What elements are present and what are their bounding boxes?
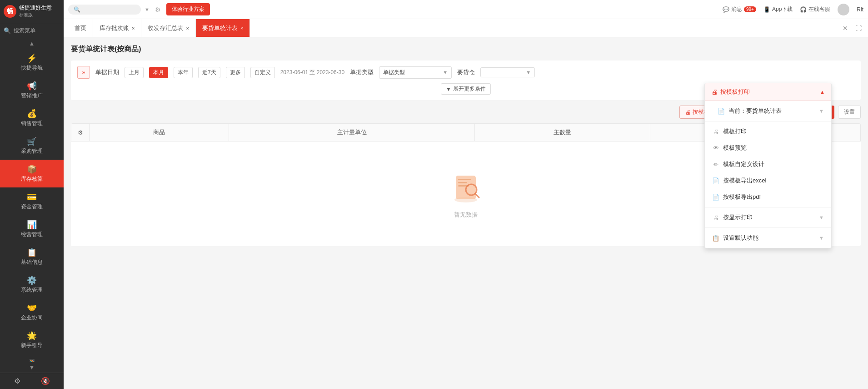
app-download-btn[interactable]: 📱 App下载 — [763, 5, 793, 13]
date-btn-custom[interactable]: 自定义 — [250, 67, 275, 78]
tab-home-label: 首页 — [75, 24, 86, 32]
settings-icon[interactable]: ⚙ — [14, 377, 20, 385]
export-pdf-label: 按模板导出pdf — [723, 193, 761, 201]
dropdown-template-print[interactable]: 🖨 模板打印 — [705, 123, 831, 140]
sidebar-item-quick-nav[interactable]: ⚡ 快捷导航 — [0, 49, 64, 76]
display-print-label: 按显示打印 — [723, 213, 753, 222]
sidebar-item-apps[interactable]: 📱 应用中心 — [0, 354, 64, 362]
dropdown-current-template[interactable]: 📄 当前：要货单统计表 ▼ — [705, 103, 831, 119]
topbar-search-box[interactable]: 🔍 — [68, 5, 141, 15]
dropdown-set-default[interactable]: 📋 设置默认功能 ▼ — [705, 230, 831, 246]
sidebar-scroll-down[interactable]: ▼ — [0, 362, 64, 373]
tab-receipt-summary[interactable]: 收发存汇总表 × — [141, 19, 195, 37]
operations-icon: 📊 — [27, 220, 37, 230]
tab-close-all-icon[interactable]: ✕ — [841, 23, 850, 34]
dropdown-collapse-icon[interactable]: ▲ — [820, 89, 825, 95]
date-btn-this-month[interactable]: 本月 — [149, 67, 168, 78]
dropdown-template-preview[interactable]: 👁 模板预览 — [705, 140, 831, 156]
sidebar-item-basic[interactable]: 📋 基础信息 — [0, 243, 64, 271]
page-content: 要货单统计表(按商品) » 单据日期 上月 本月 本年 近7天 更多 自定义 2… — [64, 37, 868, 389]
tabs-right-icons: ✕ ⛶ — [841, 23, 863, 34]
expand-more-label: 展开更多条件 — [453, 85, 486, 93]
order-type-label: 单据类型 — [350, 68, 374, 76]
online-service-btn[interactable]: 🎧 在线客服 — [800, 5, 830, 13]
collab-icon: 🤝 — [27, 303, 37, 313]
set-default-arrow: ▼ — [819, 235, 824, 241]
tab-receipt-summary-close[interactable]: × — [186, 25, 189, 31]
export-pdf-icon: 📄 — [712, 194, 719, 201]
sidebar-item-inventory[interactable]: 📦 库存核算 — [0, 160, 64, 187]
current-template-arrow: ▼ — [819, 108, 824, 114]
export-excel-icon: 📄 — [712, 177, 719, 184]
chevron-down-icon: ▼ — [446, 86, 451, 92]
set-default-icon: 📋 — [712, 235, 719, 242]
settings-btn[interactable]: 设置 — [838, 106, 861, 119]
sidebar-item-label: 新手引导 — [21, 342, 43, 349]
empty-text: 暂无数据 — [454, 211, 478, 219]
user-avatar[interactable] — [838, 4, 849, 15]
dropdown-template-export-pdf[interactable]: 📄 按模板导出pdf — [705, 189, 831, 205]
svg-rect-3 — [458, 182, 467, 183]
dropdown-template-export-excel[interactable]: 📄 按模板导出excel — [705, 172, 831, 189]
date-btn-more[interactable]: 更多 — [226, 67, 245, 78]
sound-icon[interactable]: 🔇 — [41, 377, 50, 385]
empty-illustration — [448, 169, 484, 205]
dropdown-template-design[interactable]: ✏ 模板自定义设计 — [705, 156, 831, 172]
dropdown-menu: 🖨 按模板打印 ▲ 📄 当前：要货单统计表 ▼ 🖨 模板打印 👁 — [704, 83, 832, 248]
sidebar-item-label: 经营管理 — [21, 231, 43, 238]
date-btn-this-year[interactable]: 本年 — [174, 67, 193, 78]
template-print-label: 模板打印 — [723, 127, 747, 136]
col-settings[interactable]: ⚙ — [71, 124, 90, 141]
dropdown-section-current: 📄 当前：要货单统计表 ▼ — [705, 101, 831, 121]
sidebar-item-purchase[interactable]: 🛒 采购管理 — [0, 132, 64, 160]
template-preview-icon: 👁 — [712, 145, 719, 152]
set-default-label: 设置默认功能 — [723, 234, 758, 242]
order-status-select[interactable]: ▼ — [480, 67, 535, 77]
topbar-settings-icon[interactable]: ⚙ — [153, 4, 163, 15]
filter-expand-btn[interactable]: » — [77, 66, 90, 79]
display-print-icon: 🖨 — [712, 214, 719, 221]
tab-order-stats-close[interactable]: × — [240, 25, 243, 31]
sidebar-item-operations[interactable]: 📊 经营管理 — [0, 215, 64, 243]
messages-btn[interactable]: 💬 消息 99+ — [723, 5, 756, 13]
sidebar-logo: 畅 畅捷通好生意 标准版 — [0, 0, 64, 23]
dropdown-header-label: 按模板打印 — [720, 88, 750, 96]
message-icon: 💬 — [723, 6, 729, 13]
sidebar-item-guide[interactable]: 🌟 新手引导 — [0, 326, 64, 354]
online-service-label: 在线客服 — [808, 5, 830, 13]
current-template-icon: 📄 — [718, 108, 725, 115]
tab-expand-icon[interactable]: ⛶ — [853, 23, 863, 34]
sidebar-item-system[interactable]: ⚙️ 系统管理 — [0, 271, 64, 298]
experience-btn[interactable]: 体验行业方案 — [166, 3, 210, 15]
finance-icon: 💳 — [27, 192, 37, 202]
username-label[interactable]: Rit — [857, 6, 863, 13]
tab-order-stats[interactable]: 要货单统计表 × — [196, 19, 250, 37]
date-filter-label: 单据日期 — [95, 68, 119, 76]
sidebar-scroll-up[interactable]: ▲ — [0, 38, 64, 49]
topbar-search-input[interactable] — [82, 6, 128, 13]
sidebar-item-sales[interactable]: 💰 销售管理 — [0, 104, 64, 132]
tab-batch-account[interactable]: 库存批次账 × — [93, 19, 141, 37]
date-btn-last-7-days[interactable]: 近7天 — [198, 67, 220, 78]
sidebar-item-marketing[interactable]: 📢 营销推广 — [0, 76, 64, 104]
print-icon: 🖨 — [685, 109, 691, 116]
sidebar-item-finance[interactable]: 💳 资金管理 — [0, 187, 64, 215]
col-product: 商品 — [90, 124, 229, 141]
topbar-dropdown-icon[interactable]: ▼ — [145, 7, 150, 12]
sidebar-item-collab[interactable]: 🤝 企业协同 — [0, 298, 64, 326]
sidebar-search[interactable]: 🔍 搜索菜单 — [0, 23, 64, 38]
order-type-arrow: ▼ — [443, 70, 448, 75]
tab-batch-account-close[interactable]: × — [132, 25, 135, 31]
tab-home[interactable]: 首页 — [68, 19, 93, 37]
dropdown-section-actions: 🖨 模板打印 👁 模板预览 ✏ 模板自定义设计 📄 按模板导出excel 📄 — [705, 121, 831, 207]
filter-expand-more-btn[interactable]: ▼ 展开更多条件 — [441, 83, 491, 95]
quick-nav-icon: ⚡ — [27, 53, 37, 63]
order-status-arrow: ▼ — [526, 70, 531, 75]
svg-rect-2 — [458, 179, 471, 180]
marketing-icon: 📢 — [27, 81, 37, 91]
dropdown-display-print[interactable]: 🖨 按显示打印 ▼ — [705, 209, 831, 226]
sidebar-item-label: 采购管理 — [21, 147, 43, 155]
date-btn-last-month[interactable]: 上月 — [125, 67, 144, 78]
order-type-select[interactable]: 单据类型 ▼ — [379, 66, 452, 79]
sidebar-item-label: 资金管理 — [21, 203, 43, 211]
